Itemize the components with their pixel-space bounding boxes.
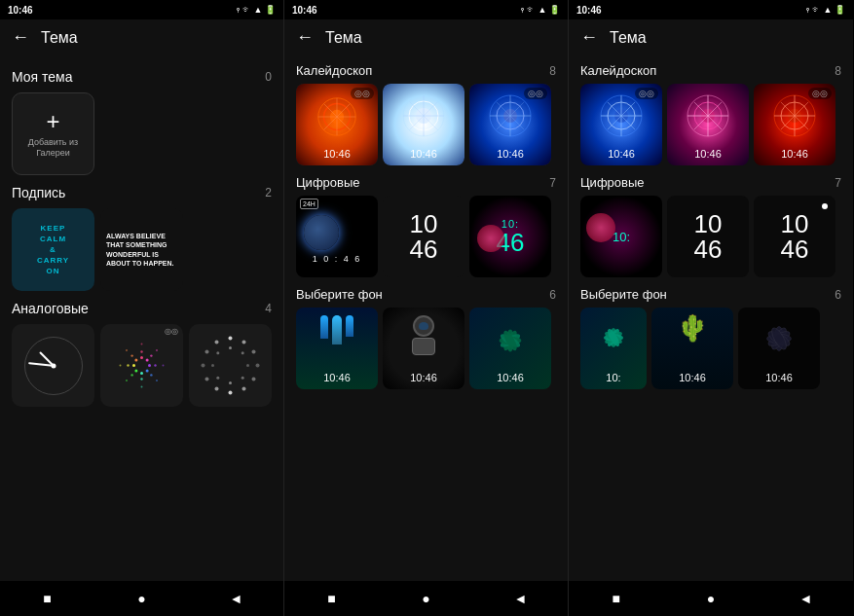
bg-count-3: 6	[835, 288, 841, 302]
kaleido-face-2-1[interactable]: ◎◎ 10:46	[296, 84, 378, 165]
digital-face-3-3[interactable]: 10 46	[754, 196, 835, 277]
svg-point-7	[134, 358, 137, 361]
bg-title-2: Выберите фон	[296, 287, 383, 302]
status-bar-3: 10:46 ⚲ ᯤ ▲ 🔋	[569, 0, 853, 19]
dot-ring-card[interactable]	[189, 324, 272, 407]
header-2: ← Тема	[284, 19, 568, 55]
my-theme-grid: + Добавить из Галереи	[12, 92, 272, 175]
digital-header-3: Цифровые 7	[580, 175, 841, 190]
bg-face-3-1[interactable]: 10:	[580, 308, 647, 389]
kaleido-time-3-3: 10:46	[781, 148, 808, 165]
nav-square-2[interactable]: ■	[320, 587, 344, 610]
svg-point-21	[126, 380, 128, 381]
nav-circle-1[interactable]: ●	[130, 587, 154, 610]
back-button-2[interactable]: ←	[296, 27, 314, 48]
status-time-1: 10:46	[8, 5, 33, 16]
kaleido-svg-3-1	[597, 91, 646, 140]
add-from-gallery[interactable]: + Добавить из Галереи	[12, 92, 94, 175]
cactus-emoji: 🌵	[677, 315, 708, 341]
kaleido-title-2: Калейдоскоп	[296, 63, 372, 78]
kaleido-svg-3-2	[684, 91, 732, 140]
24h-badge: 24H	[300, 199, 318, 209]
kaleido-count-2: 8	[549, 64, 556, 78]
digital-face-2-3[interactable]: 10: 46	[469, 196, 551, 277]
analog-clock-card[interactable]	[12, 324, 94, 407]
digital-section-2: Цифровые 7 24H 1 0 : 4 6 10 46 10:	[296, 175, 556, 277]
dark-flower-svg	[754, 313, 804, 364]
nav-circle-2[interactable]: ●	[415, 587, 438, 610]
svg-point-42	[211, 364, 214, 367]
svg-point-15	[130, 354, 132, 356]
svg-point-22	[120, 365, 122, 367]
svg-point-19	[156, 380, 158, 381]
bg-section-2: Выберите фон 6 10:46	[296, 287, 556, 389]
svg-point-8	[140, 350, 142, 352]
digital-face-3-1[interactable]: 10:	[580, 196, 662, 277]
digital-face-2-1[interactable]: 24H 1 0 : 4 6	[296, 196, 378, 277]
svg-point-18	[163, 365, 165, 367]
flower-svg-2	[485, 315, 536, 366]
status-icons-2: ⚲ ᯤ ▲ 🔋	[520, 5, 560, 15]
back-button-1[interactable]: ←	[12, 27, 29, 48]
kaleido-face-3-3[interactable]: ◎◎ 10:46	[754, 84, 835, 165]
nav-square-1[interactable]: ■	[36, 587, 59, 610]
kaleido-face-3-2[interactable]: 10:46	[667, 84, 749, 165]
svg-point-14	[127, 364, 129, 366]
purple-orb	[477, 225, 504, 252]
svg-point-10	[154, 364, 156, 366]
kaleido-face-2-3[interactable]: ◎◎ 10:46	[469, 84, 551, 165]
kaleido-faces-2: ◎◎ 10:46	[296, 84, 556, 165]
header-title-1: Тема	[41, 29, 78, 47]
kaleido-time-3-2: 10:46	[694, 148, 722, 165]
rocket-3	[346, 315, 353, 337]
nav-back-3[interactable]: ◄	[794, 587, 817, 610]
digital-mins-2-2: 46	[410, 236, 438, 262]
center-dot	[51, 363, 56, 368]
analog-face	[24, 337, 83, 395]
analog-title: Аналоговые	[12, 301, 89, 316]
back-button-3[interactable]: ←	[580, 27, 598, 48]
status-icons-1: ⚲ ᯤ ▲ 🔋	[236, 5, 276, 15]
bg-face-3-2[interactable]: 🌵 10:46	[651, 308, 733, 389]
keep-calm-card[interactable]: KEEPCALM&CARRYON	[12, 208, 94, 291]
digital-mins-3-2: 46	[694, 236, 723, 262]
kaleido-face-2-2[interactable]: 10:46	[383, 84, 464, 165]
dot-ring-svg	[199, 334, 262, 397]
svg-point-35	[215, 341, 219, 344]
kaleido-face-3-1[interactable]: ◎◎ 10:46	[580, 84, 662, 165]
nav-circle-3[interactable]: ●	[699, 587, 723, 610]
digital-hours-2-2: 10	[410, 211, 438, 236]
svg-point-12	[140, 378, 142, 380]
digital-face-2-2[interactable]: 10 46	[383, 196, 464, 277]
digital-count-3: 7	[835, 176, 841, 190]
nav-back-2[interactable]: ◄	[509, 587, 533, 610]
svg-point-37	[241, 351, 244, 354]
nav-back-1[interactable]: ◄	[225, 587, 248, 610]
digital-mins-3-3: 46	[781, 236, 809, 262]
rockets-group	[296, 315, 378, 344]
kaleido-time-3-1: 10:46	[608, 148, 635, 165]
nav-bar-2: ■ ● ◄	[284, 581, 568, 616]
digital-title-2: Цифровые	[296, 175, 360, 190]
dot-spiral-card[interactable]: ◎◎	[100, 324, 183, 407]
bg-title-3: Выберите фон	[580, 287, 667, 302]
bg-face-2-3[interactable]: 10:46	[469, 308, 551, 389]
svg-point-5	[134, 370, 137, 373]
bg-face-3-3[interactable]: 10:46	[738, 308, 820, 389]
nav-square-3[interactable]: ■	[605, 587, 628, 610]
svg-point-4	[140, 372, 143, 375]
svg-point-40	[229, 381, 232, 384]
believe-card[interactable]: ALWAYS BELIEVE THAT SOMETHING WONDERFUL …	[100, 208, 183, 291]
digital-face-3-2[interactable]: 10 46	[667, 196, 749, 277]
orb-3-1	[586, 213, 615, 242]
svg-point-24	[229, 337, 233, 341]
status-time-2: 10:46	[292, 5, 317, 16]
svg-point-43	[216, 351, 219, 354]
status-bar-1: 10:46 ⚲ ᯤ ▲ 🔋	[0, 0, 283, 19]
subscriptions-grid: KEEPCALM&CARRYON ALWAYS BELIEVE THAT SOM…	[12, 208, 272, 291]
status-icons-3: ⚲ ᯤ ▲ 🔋	[805, 5, 845, 15]
subscriptions-header: Подпись 2	[12, 185, 272, 200]
bg-face-2-1[interactable]: 10:46	[296, 308, 378, 389]
svg-point-23	[126, 349, 128, 351]
bg-face-2-2[interactable]: 10:46	[383, 308, 464, 389]
